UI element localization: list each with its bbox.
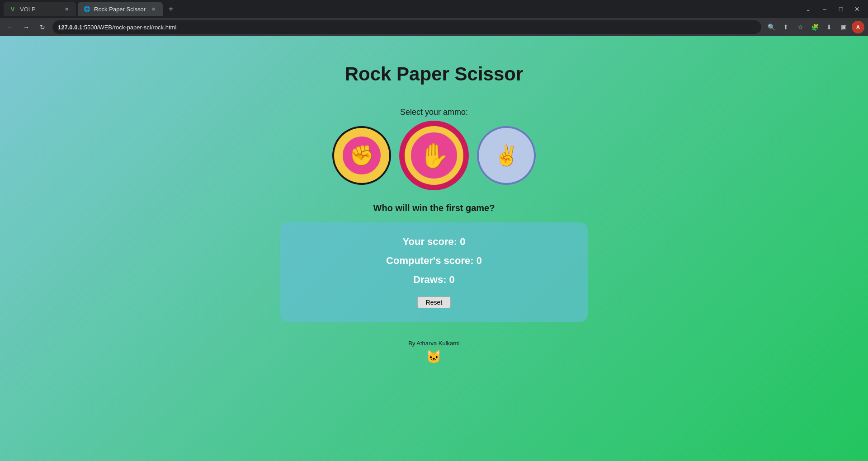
address-bar: ← → ↻ 127.0.0.1:5500/WEB/rock-paper-sci/…	[0, 18, 868, 36]
footer: By Atharva Kulkarni 🐱	[408, 340, 459, 364]
question-text: Who will win the first game?	[373, 203, 495, 213]
scissors-inner: ✌️	[486, 135, 527, 176]
reset-button[interactable]: Reset	[417, 296, 451, 308]
extensions-icon[interactable]: 🧩	[808, 21, 821, 33]
scissors-icon: ✌️	[494, 146, 519, 165]
refresh-button[interactable]: ↻	[36, 21, 49, 33]
page-title: Rock Paper Scissor	[345, 63, 524, 85]
scoreboard: Your score: 0 Computer's score: 0 Draws:…	[280, 222, 588, 322]
tab-bar-right: ⌄ – □ ✕	[801, 2, 864, 16]
tab-bar: V VOLP ✕ 🌐 Rock Paper Scissor ✕ + ⌄ – □ …	[0, 0, 868, 18]
browser-chrome: V VOLP ✕ 🌐 Rock Paper Scissor ✕ + ⌄ – □ …	[0, 0, 868, 36]
rock-button[interactable]: ✊	[337, 131, 387, 180]
paper-inner: ✋	[409, 131, 459, 180]
search-icon[interactable]: 🔍	[765, 21, 778, 33]
github-icon[interactable]: 🐱	[408, 349, 459, 364]
url-path: :5500/WEB/rock-paper-sci/rock.html	[82, 24, 176, 31]
your-score-value: 0	[460, 236, 465, 247]
select-ammo-label: Select your ammo:	[400, 108, 468, 117]
your-score-label: Your score:	[403, 236, 458, 247]
minimize-button[interactable]: –	[817, 2, 832, 16]
rps-favicon: 🌐	[83, 5, 90, 13]
address-right-icons: 🔍 ⬆ ☆ 🧩 ⬇ ▣ A	[765, 21, 864, 33]
paper-button[interactable]: ✋	[405, 126, 463, 185]
choices-row: ✊ ✋ ✌️	[337, 126, 531, 185]
url-display: 127.0.0.1:5500/WEB/rock-paper-sci/rock.h…	[58, 24, 176, 31]
bookmark-icon[interactable]: ☆	[794, 21, 807, 33]
new-tab-button[interactable]: +	[165, 3, 177, 15]
draws-value: 0	[449, 274, 455, 285]
url-bar[interactable]: 127.0.0.1:5500/WEB/rock-paper-sci/rock.h…	[52, 20, 761, 34]
close-button[interactable]: ✕	[850, 2, 864, 16]
tab-rps[interactable]: 🌐 Rock Paper Scissor ✕	[78, 2, 163, 16]
share-icon[interactable]: ⬆	[779, 21, 792, 33]
tab-search-button[interactable]: ⌄	[801, 2, 816, 16]
maximize-button[interactable]: □	[834, 2, 848, 16]
profile-avatar[interactable]: A	[852, 21, 864, 33]
tab-rps-close[interactable]: ✕	[149, 5, 157, 13]
draws-label: Draws:	[413, 274, 446, 285]
rock-icon: ✊	[349, 146, 374, 165]
url-host: 127.0.0.1	[58, 24, 82, 31]
computer-score-line: Computer's score: 0	[307, 255, 561, 267]
footer-by-text: By Atharva Kulkarni	[408, 340, 459, 347]
tab-volp-label: VOLP	[20, 6, 59, 13]
game-page: Rock Paper Scissor Select your ammo: ✊ ✋…	[0, 36, 868, 461]
computer-score-label: Computer's score:	[386, 255, 474, 266]
draws-line: Draws: 0	[307, 274, 561, 286]
forward-button[interactable]: →	[20, 21, 33, 33]
scissors-button[interactable]: ✌️	[481, 131, 531, 180]
back-button[interactable]: ←	[4, 21, 16, 33]
paper-icon: ✋	[419, 143, 449, 168]
tab-volp[interactable]: V VOLP ✕	[4, 2, 76, 16]
rock-inner: ✊	[341, 135, 382, 176]
download-icon[interactable]: ⬇	[823, 21, 835, 33]
tab-rps-label: Rock Paper Scissor	[94, 6, 146, 13]
volp-favicon: V	[9, 5, 16, 13]
tab-volp-close[interactable]: ✕	[62, 5, 71, 13]
your-score-line: Your score: 0	[307, 236, 561, 248]
computer-score-value: 0	[476, 255, 482, 266]
sidebar-icon[interactable]: ▣	[837, 21, 850, 33]
